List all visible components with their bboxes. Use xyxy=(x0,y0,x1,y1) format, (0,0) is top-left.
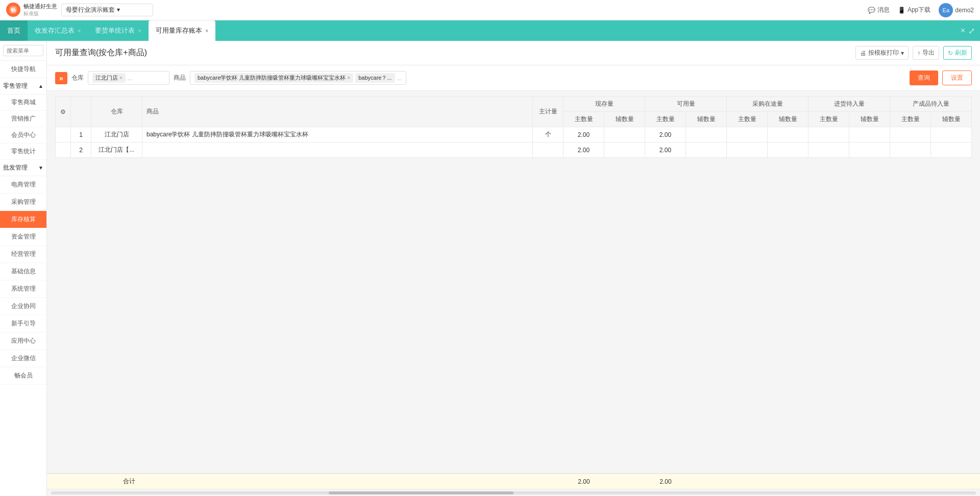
cell-purchase-aux-0 xyxy=(768,127,808,143)
filter-expand-btn[interactable]: » xyxy=(55,72,67,84)
col-settings-header[interactable]: ⚙ xyxy=(56,97,71,127)
sidebar-item-vip[interactable]: 畅会员 xyxy=(0,367,46,385)
table-row: 2 江北门店【... 2.00 2.00 xyxy=(56,143,972,158)
product-tag-2: babycare？... xyxy=(355,73,395,83)
cell-incoming-aux-1 xyxy=(849,143,890,158)
sidebar-item-retail-mgmt[interactable]: 零售管理 ▲ xyxy=(0,78,46,95)
cell-product-1 xyxy=(142,143,533,158)
warehouse-more[interactable]: ... xyxy=(128,75,132,81)
cell-finished-aux-1 xyxy=(931,143,972,158)
horizontal-scrollbar[interactable] xyxy=(47,489,980,496)
cell-warehouse-1: 江北门店【... xyxy=(91,143,142,158)
cell-current-aux-0 xyxy=(604,127,645,143)
product-tag-1-close[interactable]: × xyxy=(347,75,350,81)
sidebar-item-app-center[interactable]: 应用中心 xyxy=(0,333,46,350)
product-more[interactable]: ... xyxy=(397,75,402,81)
sidebar-item-ecommerce[interactable]: 电商管理 xyxy=(0,176,46,194)
tab-receivable[interactable]: 收发存汇总表 × xyxy=(28,20,88,41)
warehouse-tag: 江北门店 × xyxy=(92,73,126,83)
logo-icon: 畅 xyxy=(6,3,20,17)
export-btn[interactable]: ↑ 导出 xyxy=(913,46,939,60)
query-btn[interactable]: 查询 xyxy=(910,70,938,85)
download-icon: 📱 xyxy=(898,7,905,14)
col-incoming-main: 主数量 xyxy=(808,112,849,127)
sidebar-item-enterprise[interactable]: 企业协同 xyxy=(0,298,46,315)
cell-incoming-main-1 xyxy=(808,143,849,158)
data-table: ⚙ 仓库 商品 主计量 现存量 可用量 采购在途量 进货待入量 产成品待入量 主… xyxy=(55,96,972,158)
tab-inventory[interactable]: 可用量库存账本 × xyxy=(149,20,215,41)
page-header: 可用量查询(按仓库+商品) 🖨 按模板打印 ▾ ↑ 导出 ↻ 刷新 xyxy=(47,41,980,65)
sidebar-item-retail-mall[interactable]: 零售商城 xyxy=(0,95,46,111)
content-area: 可用量查询(按仓库+商品) 🖨 按模板打印 ▾ ↑ 导出 ↻ 刷新 xyxy=(47,41,980,496)
print-btn[interactable]: 🖨 按模板打印 ▾ xyxy=(855,46,909,60)
col-incoming-aux: 辅数量 xyxy=(849,112,890,127)
org-selector[interactable]: 母婴行业演示账套 ▾ xyxy=(61,4,153,16)
message-btn[interactable]: 💬 消息 xyxy=(868,6,890,14)
settings-btn[interactable]: 设置 xyxy=(942,70,972,85)
sidebar-item-system[interactable]: 系统管理 xyxy=(0,280,46,298)
top-bar: 畅 畅捷通好生意 标准版 母婴行业演示账套 ▾ 💬 消息 📱 App下载 Ea … xyxy=(0,0,980,20)
product-filter-input[interactable]: babycare学饮杯 儿童防摔防撞吸管杯重力球吸嘴杯宝宝水杯 × babyca… xyxy=(190,71,406,85)
sidebar-item-newbie[interactable]: 新手引导 xyxy=(0,315,46,333)
tab-home[interactable]: 首页 xyxy=(0,20,28,41)
close-all-tabs-btn[interactable]: × xyxy=(961,26,965,35)
col-unit-header: 主计量 xyxy=(533,97,564,127)
col-purchase-main: 主数量 xyxy=(727,112,768,127)
col-available-group: 可用量 xyxy=(645,97,727,112)
top-bar-right: 💬 消息 📱 App下载 Ea demo2 xyxy=(868,3,974,17)
app-sub: 标准版 xyxy=(23,10,57,17)
cell-current-main-1: 2.00 xyxy=(564,143,604,158)
warehouse-label: 仓库 xyxy=(71,74,84,82)
tab-close-receivable[interactable]: × xyxy=(78,28,81,34)
col-current-aux: 辅数量 xyxy=(604,112,645,127)
cell-purchase-main-1 xyxy=(727,143,768,158)
col-product-header: 商品 xyxy=(142,97,533,127)
table-footer: 合计 2.00 2.00 xyxy=(47,473,980,489)
cell-warehouse-0: 江北门店 xyxy=(91,127,142,143)
footer-current-main: 2.00 xyxy=(564,478,604,485)
scroll-thumb[interactable] xyxy=(329,491,513,494)
sidebar-item-inventory-mgmt[interactable]: 库存核算 xyxy=(0,211,46,228)
cell-settings-0 xyxy=(56,127,71,143)
sidebar-item-wechat[interactable]: 企业微信 xyxy=(0,350,46,367)
refresh-btn[interactable]: ↻ 刷新 xyxy=(943,46,972,60)
message-icon: 💬 xyxy=(868,7,875,14)
cell-current-main-0: 2.00 xyxy=(564,127,604,143)
search-input[interactable] xyxy=(3,45,43,56)
col-available-aux: 辅数量 xyxy=(686,112,727,127)
cell-purchase-main-0 xyxy=(727,127,768,143)
col-finished-main: 主数量 xyxy=(890,112,931,127)
tab-close-inventory[interactable]: × xyxy=(205,28,208,34)
user-menu[interactable]: Ea demo2 xyxy=(939,3,974,17)
col-current-main: 主数量 xyxy=(564,112,604,127)
org-dropdown-icon: ▾ xyxy=(117,6,120,13)
sidebar-item-finance[interactable]: 资金管理 xyxy=(0,228,46,246)
cell-available-aux-1 xyxy=(686,143,727,158)
warehouse-filter-input[interactable]: 江北门店 × ... xyxy=(88,71,169,85)
app-download-btn[interactable]: 📱 App下载 xyxy=(898,6,930,14)
warehouse-tag-close[interactable]: × xyxy=(119,75,122,81)
sidebar-item-purchase[interactable]: 采购管理 xyxy=(0,194,46,211)
tab-close-order-stat[interactable]: × xyxy=(138,28,141,34)
cell-index-0: 1 xyxy=(71,127,91,143)
logo-area: 畅 畅捷通好生意 标准版 xyxy=(6,3,57,17)
table-row: 1 江北门店 babycare学饮杯 儿童防摔防撞吸管杯重力球吸嘴杯宝宝水杯 个… xyxy=(56,127,972,143)
org-name: 母婴行业演示账套 xyxy=(66,6,115,14)
sidebar-search-area xyxy=(0,41,46,61)
sidebar-item-member[interactable]: 会员中心 xyxy=(0,127,46,144)
expand-tabs-btn[interactable]: ⤢ xyxy=(968,26,975,36)
cell-incoming-main-0 xyxy=(808,127,849,143)
sidebar-item-marketing[interactable]: 营销推广 xyxy=(0,111,46,127)
sidebar-item-wholesale[interactable]: 批发管理 ▼ xyxy=(0,160,46,176)
footer-available-main: 2.00 xyxy=(645,478,686,485)
sidebar: 快捷导航 零售管理 ▲ 零售商城 营销推广 会员中心 零售统计 批发管理 ▼ 电… xyxy=(0,41,47,496)
tab-order-stat[interactable]: 要货单统计表 × xyxy=(88,20,148,41)
sidebar-item-basic[interactable]: 基础信息 xyxy=(0,263,46,280)
scroll-track[interactable] xyxy=(51,491,976,494)
tab-bar: 首页 收发存汇总表 × 要货单统计表 × 可用量库存账本 × × ⤢ xyxy=(0,20,980,41)
export-icon: ↑ xyxy=(917,50,920,57)
sidebar-item-operation[interactable]: 经营管理 xyxy=(0,246,46,263)
footer-label: 合计 xyxy=(91,477,167,486)
sidebar-item-quick-nav[interactable]: 快捷导航 xyxy=(0,61,46,78)
sidebar-item-retail-stat[interactable]: 零售统计 xyxy=(0,144,46,160)
